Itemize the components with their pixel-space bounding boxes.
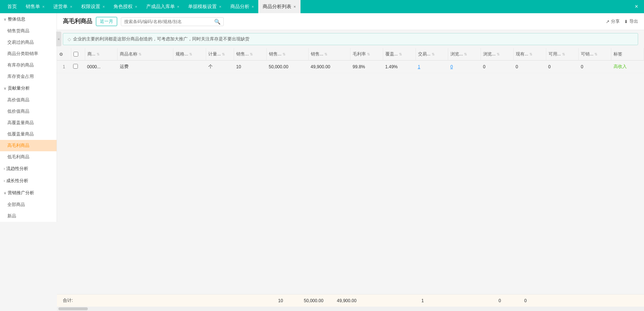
footer-value bbox=[368, 298, 393, 303]
col-header-可用...[interactable]: 可用...⇅ bbox=[546, 48, 579, 61]
close-all-button[interactable]: × bbox=[632, 3, 641, 10]
close-tab-icon[interactable]: × bbox=[177, 4, 179, 9]
search-box: 🔍 bbox=[121, 17, 224, 26]
expand-arrow-icon: › bbox=[4, 179, 5, 183]
close-tab-icon[interactable]: × bbox=[252, 4, 254, 9]
sort-icon[interactable]: ⇅ bbox=[138, 52, 141, 56]
sidebar-collapse-button[interactable]: « bbox=[56, 32, 61, 46]
section-label: 营销推广分析 bbox=[8, 190, 34, 196]
sidebar-item-交易过的商品[interactable]: 交易过的商品 bbox=[0, 37, 57, 48]
sidebar-item-低毛利商品[interactable]: 低毛利商品 bbox=[0, 151, 57, 163]
sidebar-section-流趋性分析[interactable]: ›流趋性分析 bbox=[0, 163, 57, 175]
nav-item-角色授权[interactable]: 角色授权× bbox=[109, 0, 141, 13]
scrollbar-thumb[interactable] bbox=[58, 307, 88, 310]
notice-text: 企业的主要的利润都是这部分商品创造的，可考虑加大推广，同时关注库存是不要出现缺货 bbox=[73, 36, 249, 42]
footer-value: 1 bbox=[419, 298, 445, 303]
transactions[interactable]: 1 bbox=[415, 61, 448, 73]
sort-icon[interactable]: ⇅ bbox=[222, 52, 225, 56]
horizontal-scrollbar[interactable] bbox=[57, 307, 644, 311]
nav-item-进货单[interactable]: 进货单× bbox=[49, 0, 76, 13]
close-tab-icon[interactable]: × bbox=[135, 4, 137, 9]
col-label: 交易... bbox=[418, 51, 431, 57]
nav-item-产成品入库单[interactable]: 产成品入库单× bbox=[142, 0, 184, 13]
table-row: 10000...运费个1050,000.0049,900.0099.8%1.49… bbox=[57, 61, 644, 73]
col-header-现有...[interactable]: 现有...⇅ bbox=[513, 48, 546, 61]
sort-icon[interactable]: ⇅ bbox=[529, 52, 532, 56]
sidebar-item-高价值商品[interactable]: 高价值商品 bbox=[0, 94, 57, 106]
col-header-交易...[interactable]: 交易...⇅ bbox=[415, 48, 448, 61]
content-header: 高毛利商品 近一月 🔍 ↗ 分享 ⬇ 导出 bbox=[57, 13, 644, 30]
col-header-可销...[interactable]: 可销...⇅ bbox=[579, 48, 611, 61]
col-header-浏览...[interactable]: 浏览...⇅ bbox=[481, 48, 514, 61]
sidebar-item-低覆盖量商品[interactable]: 低覆盖量商品 bbox=[0, 129, 57, 140]
close-tab-icon[interactable]: × bbox=[42, 4, 44, 9]
close-tab-icon[interactable]: × bbox=[294, 4, 296, 9]
saleable-stock: 0 bbox=[579, 61, 611, 73]
search-input[interactable] bbox=[124, 19, 214, 24]
close-tab-icon[interactable]: × bbox=[70, 4, 72, 9]
export-button[interactable]: ⬇ 导出 bbox=[624, 18, 638, 25]
sort-icon[interactable]: ⇅ bbox=[97, 52, 100, 56]
search-icon[interactable]: 🔍 bbox=[214, 19, 220, 25]
col-header-销售...[interactable]: 销售...⇅ bbox=[234, 48, 267, 61]
sidebar-item-库存资金占用[interactable]: 库存资金占用 bbox=[0, 71, 57, 82]
sidebar-item-有库存的商品[interactable]: 有库存的商品 bbox=[0, 59, 57, 71]
browse-a[interactable]: 0 bbox=[448, 61, 481, 73]
sort-icon[interactable]: ⇅ bbox=[464, 52, 467, 56]
filter-recent-month-button[interactable]: 近一月 bbox=[96, 17, 117, 26]
sidebar-item-销售货商品[interactable]: 销售货商品 bbox=[0, 25, 57, 37]
sort-icon[interactable]: ⇅ bbox=[367, 52, 370, 56]
col-header-规格...[interactable]: 规格...⇅ bbox=[173, 48, 206, 61]
footer-value: 50,000.00 bbox=[302, 298, 335, 303]
row-select-checkbox[interactable] bbox=[73, 64, 78, 69]
nav-item-首页[interactable]: 首页 bbox=[3, 0, 21, 13]
nav-item-商品分析列表[interactable]: 商品分析列表× bbox=[258, 0, 300, 13]
browse-b: 0 bbox=[481, 61, 514, 73]
close-tab-icon[interactable]: × bbox=[102, 4, 105, 9]
sort-icon[interactable]: ⇅ bbox=[432, 52, 435, 56]
col-header-覆盖...[interactable]: 覆盖...⇅ bbox=[383, 48, 415, 61]
sort-icon[interactable]: ⇅ bbox=[189, 52, 192, 56]
nav-item-单据模板设置[interactable]: 单据模板设置× bbox=[184, 0, 226, 13]
notice-icon: ◇ bbox=[68, 37, 71, 42]
sort-icon[interactable]: ⇅ bbox=[562, 52, 565, 56]
sidebar-section-整体信息[interactable]: ∨整体信息 bbox=[0, 13, 57, 25]
col-header-毛利率[interactable]: 毛利率⇅ bbox=[350, 48, 383, 61]
nav-item-商品分析[interactable]: 商品分析× bbox=[226, 0, 258, 13]
col-header-销售...[interactable]: 销售...⇅ bbox=[267, 48, 309, 61]
sidebar-section-贡献量分析[interactable]: ∨贡献量分析 bbox=[0, 82, 57, 94]
sidebar-item-全部商品[interactable]: 全部商品 bbox=[0, 199, 57, 210]
sidebar-item-高毛利商品[interactable]: 高毛利商品 bbox=[0, 140, 57, 151]
sidebar-item-低价值商品[interactable]: 低价值商品 bbox=[0, 106, 57, 117]
settings-icon[interactable]: ⚙ bbox=[59, 52, 63, 57]
sort-icon[interactable]: ⇅ bbox=[250, 52, 253, 56]
col-header-销售...[interactable]: 销售...⇅ bbox=[309, 48, 350, 61]
footer-value bbox=[136, 298, 147, 303]
section-label: 整体信息 bbox=[8, 16, 25, 22]
table-container: ⚙商...⇅商品名称⇅规格...⇅计量...⇅销售...⇅销售...⇅销售...… bbox=[57, 48, 644, 294]
select-all-checkbox[interactable] bbox=[73, 52, 78, 57]
sidebar-item-新品[interactable]: 新品 bbox=[0, 210, 57, 222]
col-header-浏览...[interactable]: 浏览...⇅ bbox=[448, 48, 481, 61]
col-header- bbox=[71, 48, 85, 61]
close-tab-icon[interactable]: × bbox=[219, 4, 221, 9]
sort-icon[interactable]: ⇅ bbox=[594, 52, 597, 56]
sidebar-item-商品分类助销率[interactable]: 商品分类助销率 bbox=[0, 48, 57, 59]
footer-value: 0 bbox=[522, 298, 548, 303]
col-header-商品名称[interactable]: 商品名称⇅ bbox=[118, 48, 173, 61]
sort-icon[interactable]: ⇅ bbox=[399, 52, 402, 56]
col-header-商...[interactable]: 商...⇅ bbox=[85, 48, 118, 61]
sort-icon[interactable]: ⇅ bbox=[497, 52, 500, 56]
product-code: 0000... bbox=[85, 61, 118, 73]
sidebar-section-成长性分析[interactable]: ›成长性分析 bbox=[0, 175, 57, 187]
nav-item-销售单[interactable]: 销售单× bbox=[21, 0, 49, 13]
col-label: 浏览... bbox=[483, 51, 496, 57]
col-header-计量...[interactable]: 计量...⇅ bbox=[206, 48, 234, 61]
share-button[interactable]: ↗ 分享 bbox=[606, 18, 620, 25]
sort-icon[interactable]: ⇅ bbox=[283, 52, 285, 56]
row-checkbox[interactable] bbox=[71, 61, 85, 73]
sidebar-section-营销推广分析[interactable]: ∨营销推广分析 bbox=[0, 187, 57, 199]
sidebar-item-高覆盖量商品[interactable]: 高覆盖量商品 bbox=[0, 117, 57, 129]
sort-icon[interactable]: ⇅ bbox=[324, 52, 327, 56]
nav-item-权限设置[interactable]: 权限设置× bbox=[77, 0, 109, 13]
